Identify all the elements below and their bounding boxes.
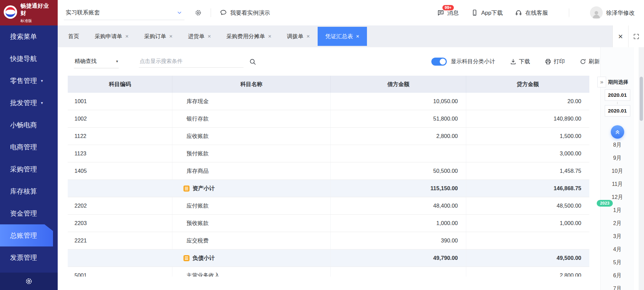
- settings-gear-icon[interactable]: [195, 9, 202, 16]
- search-input[interactable]: [139, 55, 244, 68]
- phone-icon: [471, 9, 478, 16]
- app-download-button[interactable]: App下载: [471, 9, 503, 17]
- fullscreen-button[interactable]: [628, 25, 644, 47]
- user-name: 徐泽华修改: [606, 9, 635, 17]
- topbar: 实习联系账套 我要看实例演示 99+ 消息 App下载: [58, 0, 644, 25]
- column-header-account-name: 科目名称: [172, 76, 331, 93]
- table-row[interactable]: 1001 库存现金 10,050.00 20.00: [68, 93, 589, 110]
- close-icon: ×: [618, 32, 623, 41]
- sidebar-item-retail[interactable]: 零售管理▼: [0, 70, 58, 92]
- period-panel-title: 期间选择: [608, 79, 628, 85]
- table-row[interactable]: 2203 预收账款 1,000.00 1,000.00: [68, 215, 589, 232]
- tab-purchase-cost-allocation[interactable]: 采购费用分摊单×: [219, 25, 279, 47]
- subtotal-row-liabilities[interactable]: 负债小计 49,790.00 49,500.00: [68, 249, 589, 267]
- month-item[interactable]: 11月: [601, 178, 634, 191]
- column-header-credit-amount: 贷方金额: [466, 76, 589, 93]
- month-item[interactable]: 3月: [601, 230, 634, 243]
- chevron-down-icon: [176, 10, 182, 16]
- divider: [617, 102, 618, 104]
- chevron-down-icon: ▾: [116, 59, 118, 64]
- download-button[interactable]: 下载: [510, 58, 530, 65]
- subtotal-toggle-label: 显示科目分类小计: [451, 58, 495, 65]
- speech-bubble-icon: [220, 9, 227, 16]
- period-panel: » 期间选择 2020.01 2020.01 8月 9月 10月 11月 12月…: [600, 47, 634, 290]
- month-item[interactable]: 9月: [601, 152, 634, 165]
- period-end[interactable]: 2020.01: [605, 105, 630, 117]
- collapse-panel-icon[interactable]: »: [597, 77, 606, 87]
- sidebar-settings-gear-icon[interactable]: [0, 273, 58, 290]
- sidebar-item-quick-nav[interactable]: 快捷导航: [0, 48, 58, 70]
- account-set-select[interactable]: 实习联系账套: [64, 5, 184, 20]
- sidebar-item-search-menu[interactable]: 搜索菜单: [0, 25, 58, 48]
- vertical-scrollbar[interactable]: [639, 47, 644, 290]
- month-item[interactable]: 5月: [601, 256, 634, 269]
- messages-button[interactable]: 99+ 消息: [437, 9, 459, 17]
- demo-link[interactable]: 我要看实例演示: [220, 9, 270, 17]
- month-item[interactable]: 6月: [601, 269, 634, 282]
- period-start[interactable]: 2020.01: [605, 89, 630, 101]
- sidebar-item-ecommerce[interactable]: 电商管理: [0, 136, 58, 158]
- tab-voucher-summary[interactable]: 凭证汇总表×: [318, 27, 367, 46]
- table-row[interactable]: 1405 库存商品 50,500.00 1,458.75: [68, 162, 589, 180]
- table-row[interactable]: 2221 应交税费 390.00: [68, 232, 589, 249]
- subtotal-row-assets[interactable]: 资产小计 115,150.00 146,868.75: [68, 180, 589, 197]
- close-icon[interactable]: ×: [356, 33, 359, 39]
- table-header: 科目编码 科目名称 借方金额 贷方金额: [68, 76, 589, 93]
- scroll-up-button[interactable]: [611, 125, 624, 139]
- online-service-button[interactable]: 在线客服: [515, 9, 548, 17]
- table-row[interactable]: 1122 应收账款 2,800.00 1,500.00: [68, 128, 589, 145]
- search-mode-select[interactable]: 精确查找 ▾: [74, 55, 119, 68]
- messages-badge: 99+: [442, 4, 454, 11]
- brand-block: 畅捷通好业财 标准版: [0, 0, 58, 25]
- sidebar-item-funds[interactable]: 资金管理: [0, 202, 58, 224]
- table-row[interactable]: 5001 主营业务收入 2,800.00: [68, 267, 589, 277]
- refresh-button[interactable]: 刷新: [580, 58, 600, 65]
- month-item[interactable]: 8月: [601, 139, 634, 152]
- brand-name: 畅捷通好业财: [20, 2, 54, 17]
- divider: [569, 8, 569, 17]
- sidebar-item-inventory-accounting[interactable]: 库存核算: [0, 180, 58, 202]
- topbar-right: 99+ 消息 App下载 在线客服 徐泽华修改: [437, 6, 635, 19]
- tab-purchase-order[interactable]: 采购订单×: [136, 25, 180, 47]
- sidebar-item-xiaochang-ecom[interactable]: 小畅电商: [0, 114, 58, 136]
- table-row[interactable]: 1123 预付账款 3,000.00: [68, 145, 589, 162]
- sidebar-menu: 搜索菜单 快捷导航 零售管理▼ 批发管理▼ 小畅电商 电商管理 采购管理 库存核…: [0, 25, 58, 269]
- headset-icon: [515, 9, 522, 16]
- tab-home[interactable]: 首页: [60, 25, 87, 47]
- sidebar-item-purchasing[interactable]: 采购管理: [0, 158, 58, 180]
- month-item[interactable]: 10月: [601, 165, 634, 178]
- tab-goods-receipt[interactable]: 进货单×: [180, 25, 218, 47]
- month-item[interactable]: 7月: [601, 282, 634, 290]
- print-button[interactable]: 打印: [545, 58, 565, 65]
- month-item[interactable]: 4月: [601, 243, 634, 256]
- close-all-tabs-button[interactable]: ×: [612, 25, 628, 47]
- tabbar-actions: ×: [612, 25, 644, 47]
- month-list: 8月 9月 10月 11月 12月 1月 2月 3月 4月 5月 6月 7月: [601, 139, 634, 290]
- chevron-down-icon: ▼: [40, 101, 44, 105]
- close-icon[interactable]: ×: [169, 33, 172, 39]
- subtotal-icon: [183, 186, 190, 192]
- scrollbar-thumb[interactable]: [640, 77, 643, 121]
- column-header-account-code: 科目编码: [68, 76, 172, 93]
- sidebar-item-wholesale[interactable]: 批发管理▼: [0, 92, 58, 114]
- table-row[interactable]: 2202 应付账款 48,400.00 48,500.00: [68, 197, 589, 215]
- brand-edition: 标准版: [20, 18, 54, 23]
- close-icon[interactable]: ×: [307, 33, 310, 39]
- year-badge: 2023: [597, 200, 613, 207]
- brand-logo-icon: [3, 5, 17, 20]
- tab-purchase-request[interactable]: 采购申请单×: [87, 25, 136, 47]
- subtotal-toggle[interactable]: [431, 58, 447, 66]
- sidebar-item-invoices[interactable]: 发票管理: [0, 246, 58, 269]
- sidebar-item-general-ledger[interactable]: 总账管理: [0, 224, 53, 246]
- close-icon[interactable]: ×: [125, 33, 129, 39]
- close-icon[interactable]: ×: [268, 33, 271, 39]
- tab-transfer-order[interactable]: 调拨单×: [279, 25, 317, 47]
- month-item[interactable]: 2月: [601, 217, 634, 230]
- close-icon[interactable]: ×: [208, 33, 211, 39]
- search-icon[interactable]: [249, 58, 256, 65]
- refresh-icon: [580, 58, 586, 65]
- table-row[interactable]: 1002 银行存款 51,800.00 140,890.00: [68, 110, 589, 128]
- user-menu[interactable]: 徐泽华修改: [590, 6, 635, 19]
- account-set-label: 实习联系账套: [66, 9, 100, 16]
- subtotal-icon: [183, 255, 190, 261]
